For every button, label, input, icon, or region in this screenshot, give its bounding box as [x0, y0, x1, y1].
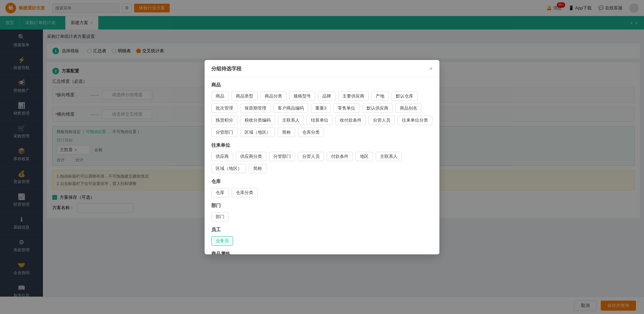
modal-close-button[interactable]: × — [429, 65, 433, 72]
field-tag-partner-supervisor[interactable]: 分管人员 — [298, 152, 324, 161]
modal-field-select: 分组待选字段 × 商品 商品 商品类型 商品分类 规格型号 品牌 主要供应商 产… — [205, 60, 439, 254]
modal-header: 分组待选字段 × — [205, 60, 439, 77]
field-tag-goods[interactable]: 商品 — [211, 91, 229, 101]
field-tag-partner-dept[interactable]: 分管部门 — [269, 152, 295, 161]
field-tag-default-warehouse[interactable]: 默认仓库 — [391, 91, 418, 101]
field-tag-warehouse-category[interactable]: 仓库分类 — [298, 128, 324, 137]
field-tag-brand[interactable]: 品牌 — [318, 91, 335, 101]
tag-group-partner: 供应商 供应商分类 分管部门 分管人员 付款条件 地区 主联系人 区域（地区） … — [211, 152, 433, 173]
section-label-warehouse: 仓库 — [211, 179, 433, 185]
field-tag-customer-code[interactable]: 客户商品编码 — [273, 104, 308, 113]
modal-title: 分组待选字段 — [211, 66, 241, 72]
field-tag-weight3[interactable]: 重量3 — [311, 104, 331, 113]
field-tag-pick-score[interactable]: 拣货积分 — [211, 116, 237, 125]
modal-body: 商品 商品 商品类型 商品分类 规格型号 品牌 主要供应商 产地 默认仓库 批次… — [205, 77, 439, 254]
field-tag-short-name[interactable]: 简称 — [278, 128, 295, 137]
section-label-partner: 往来单位 — [211, 142, 433, 148]
field-tag-payment-terms[interactable]: 收付款条件 — [335, 116, 366, 125]
field-tag-region[interactable]: 区域（地区） — [240, 128, 275, 137]
field-tag-warehouse[interactable]: 仓库 — [211, 188, 229, 197]
field-tag-origin[interactable]: 产地 — [371, 91, 389, 101]
field-tag-tax-code[interactable]: 税收分类编码 — [240, 116, 275, 125]
field-tag-retail-unit[interactable]: 零售单位 — [333, 104, 360, 113]
section-label-goods: 商品 — [211, 82, 433, 88]
field-tag-department[interactable]: 部门 — [211, 212, 229, 222]
field-tag-default-supplier[interactable]: 默认供应商 — [362, 104, 393, 113]
field-tag-goods-type[interactable]: 商品类型 — [231, 91, 258, 101]
field-tag-spec-model[interactable]: 规格型号 — [289, 91, 315, 101]
field-tag-supplier[interactable]: 供应商 — [211, 152, 233, 161]
modal-overlay: 分组待选字段 × 商品 商品 商品类型 商品分类 规格型号 品牌 主要供应商 产… — [0, 0, 644, 314]
field-tag-payment-condition[interactable]: 付款条件 — [327, 152, 353, 161]
field-tag-quality-mgmt[interactable]: 保质期管理 — [240, 104, 271, 113]
field-tag-dept[interactable]: 分管部门 — [211, 128, 237, 137]
field-tag-partner-category[interactable]: 往来单位分类 — [397, 116, 432, 125]
field-tag-supplier-category[interactable]: 供应商分类 — [236, 152, 266, 161]
section-label-employee: 员工 — [211, 227, 433, 233]
field-tag-area[interactable]: 地区 — [356, 152, 373, 161]
field-tag-partner-contact[interactable]: 主联系人 — [376, 152, 402, 161]
field-tag-partner-region[interactable]: 区域（地区） — [211, 164, 246, 173]
field-tag-goods-category[interactable]: 商品分类 — [260, 91, 286, 101]
tag-group-warehouse: 仓库 仓库分类 — [211, 188, 433, 197]
field-tag-main-supplier[interactable]: 主要供应商 — [338, 91, 369, 101]
field-tag-goods-alias[interactable]: 商品别名 — [395, 104, 422, 113]
tag-group-department: 部门 — [211, 212, 433, 222]
field-tag-supervisor[interactable]: 分管人员 — [369, 116, 395, 125]
tag-group-goods: 商品 商品类型 商品分类 规格型号 品牌 主要供应商 产地 默认仓库 批次管理 … — [211, 91, 433, 137]
field-tag-wh-category[interactable]: 仓库分类 — [231, 188, 258, 197]
tag-group-employee: 业务员 — [211, 236, 433, 246]
field-tag-salesperson[interactable]: 业务员 — [211, 236, 233, 246]
section-label-department: 部门 — [211, 203, 433, 209]
field-tag-settlement-unit[interactable]: 结算单位 — [307, 116, 333, 125]
field-tag-batch-mgmt[interactable]: 批次管理 — [211, 104, 237, 113]
field-tag-partner-short[interactable]: 简称 — [249, 164, 266, 173]
section-label-goods-attr: 商品属性 — [211, 251, 433, 254]
field-tag-main-contact[interactable]: 主联系人 — [278, 116, 304, 125]
